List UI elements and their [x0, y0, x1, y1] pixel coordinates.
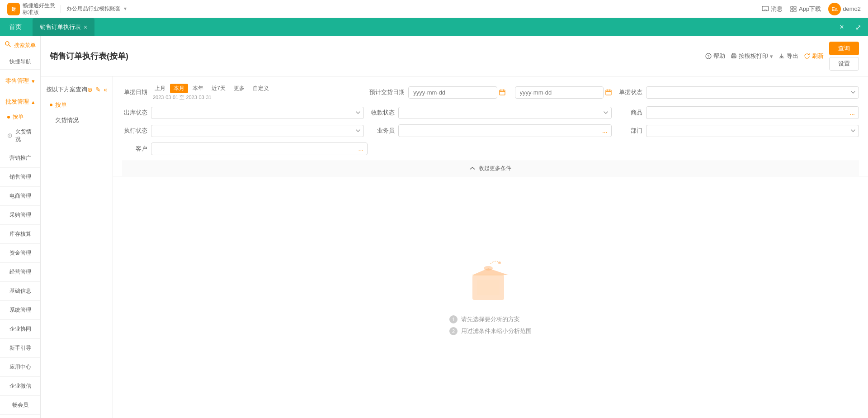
empty-state: 1 请先选择要分析的方案 2 用过滤条件来缩小分析范围: [113, 176, 868, 418]
date-tab-custom[interactable]: 自定义: [249, 84, 273, 93]
svg-rect-4: [794, 6, 796, 9]
tab-minimize-btn[interactable]: ×: [835, 21, 848, 33]
app-title: 办公用品行业模拟账套 ▾: [61, 5, 127, 13]
date-tab-more[interactable]: 更多: [230, 84, 248, 93]
sidebar-corp[interactable]: 企业协同: [0, 320, 40, 339]
page-title: 销售订单执行表(按单): [50, 51, 128, 62]
sidebar-apps[interactable]: 应用中心: [0, 358, 40, 377]
scheme-header-icons: ⊕ ✎ «: [87, 86, 107, 93]
app-title-dropdown[interactable]: ▾: [124, 5, 127, 12]
scheme-item-order[interactable]: 按单: [41, 97, 113, 113]
tab-maximize-btn[interactable]: ⤢: [852, 21, 864, 33]
customer-more-btn[interactable]: ...: [359, 145, 364, 152]
arrears-icon: [7, 133, 13, 139]
expected-date-to[interactable]: [515, 86, 604, 99]
department-select[interactable]: [646, 125, 859, 137]
sidebar-wechat[interactable]: 企业微信: [0, 377, 40, 396]
goods-more-btn[interactable]: ...: [849, 109, 855, 116]
template-print-dropdown-icon: ▾: [770, 53, 773, 60]
query-btn[interactable]: 查询: [829, 42, 859, 55]
content-area: 销售订单执行表(按单) ? 帮助 按模板打印 ▾ 导出 刷新: [41, 36, 868, 418]
scheme-item-arrears[interactable]: 欠货情况: [41, 113, 113, 128]
sidebar-quick-nav[interactable]: 快捷导航: [0, 54, 40, 70]
app-download-btn[interactable]: App下载: [790, 5, 821, 13]
filter-doc-status-cell: 单据状态: [617, 84, 859, 101]
empty-hint-1: 1 请先选择要分析的方案: [449, 315, 532, 323]
sidebar-basic[interactable]: 基础信息: [0, 282, 40, 301]
refresh-icon: [804, 53, 810, 59]
scheme-add-btn[interactable]: ⊕: [87, 86, 93, 93]
filter-goods-cell: 商品 ...: [617, 106, 859, 119]
main-split: 按以下方案查询 ⊕ ✎ « 按单 欠货情况: [41, 76, 868, 418]
sidebar-ecommerce[interactable]: 电商管理: [0, 187, 40, 206]
top-bar-left: 财 畅捷通好生意 标准版 办公用品行业模拟账套 ▾: [7, 2, 127, 15]
date-tab-this-month[interactable]: 本月: [170, 84, 188, 93]
sidebar-sales[interactable]: 销售管理: [0, 168, 40, 187]
salesperson-more-btn[interactable]: ...: [602, 127, 608, 134]
sidebar-operations[interactable]: 经营管理: [0, 263, 40, 282]
exec-status-select[interactable]: [151, 125, 364, 137]
sidebar-sub-orders[interactable]: 按单: [0, 109, 40, 124]
sidebar-finance[interactable]: 资金管理: [0, 244, 40, 263]
out-status-select[interactable]: [151, 107, 364, 119]
sidebar-retail-section: 零售管理 ▾: [0, 70, 40, 90]
goods-label: 商品: [617, 109, 642, 117]
sidebar-inventory[interactable]: 库存核算: [0, 225, 40, 244]
message-icon: [762, 5, 769, 13]
date-tab-this-year[interactable]: 本年: [189, 84, 207, 93]
sidebar-sub-arrears[interactable]: 欠货情况: [0, 124, 40, 147]
tab-close-btn[interactable]: ×: [84, 24, 87, 31]
sidebar-marketing[interactable]: 营销推广: [0, 149, 40, 168]
sidebar-purchase[interactable]: 采购管理: [0, 206, 40, 225]
filter-exec-status-cell: 执行状态: [122, 124, 364, 137]
doc-status-label: 单据状态: [617, 88, 642, 96]
sidebar-search[interactable]: 搜索菜单: [0, 36, 40, 54]
doc-status-select[interactable]: [646, 86, 859, 99]
date-tab-last-month[interactable]: 上月: [151, 84, 169, 93]
salesperson-label: 业务员: [369, 127, 395, 135]
message-btn[interactable]: 消息: [762, 5, 783, 13]
scheme-edit-btn[interactable]: ✎: [95, 86, 101, 93]
help-btn[interactable]: ? 帮助: [705, 52, 725, 60]
collect-status-select[interactable]: [398, 107, 611, 119]
settings-btn[interactable]: 设置: [829, 57, 859, 71]
hint-num-2: 2: [449, 327, 458, 335]
svg-point-27: [484, 266, 493, 271]
svg-rect-15: [732, 53, 735, 55]
sidebar-system[interactable]: 系统管理: [0, 301, 40, 320]
expected-date-inputs: —: [408, 86, 611, 99]
sidebar-newbie[interactable]: 新手引导: [0, 339, 40, 358]
top-bar: 财 畅捷通好生意 标准版 办公用品行业模拟账套 ▾ 消息 App下载 Ea de…: [0, 0, 868, 18]
sidebar-retail[interactable]: 零售管理 ▾: [0, 73, 40, 89]
user-menu[interactable]: Ea demo2: [828, 3, 861, 15]
cal-icon-from: [499, 89, 505, 95]
collapse-btn[interactable]: 收起更多条件: [122, 161, 859, 176]
svg-text:?: ?: [707, 54, 709, 59]
right-content: 单据日期 上月 本月 本年 近7天 更多 自定义 20: [113, 76, 868, 418]
filter-date-cell: 单据日期 上月 本月 本年 近7天 更多 自定义 20: [122, 84, 364, 101]
date-tabs: 上月 本月 本年 近7天 更多 自定义: [151, 84, 364, 93]
date-separator: —: [507, 89, 513, 96]
export-btn[interactable]: 导出: [778, 52, 798, 60]
filter-row-3: 执行状态 业务员 ...: [122, 124, 859, 137]
template-print-btn[interactable]: 按模板打印 ▾: [731, 52, 773, 60]
sidebar-member[interactable]: 畅会员: [0, 396, 40, 415]
refresh-btn[interactable]: 刷新: [804, 52, 824, 60]
sidebar: 搜索菜单 快捷导航 零售管理 ▾ 批发管理 ▴ 按单 欠货情况 营: [0, 36, 41, 418]
collect-status-label: 收款状态: [369, 109, 395, 117]
filter-expected-date-cell: 预计交货日期 —: [369, 84, 611, 101]
out-status-label: 出库状态: [122, 109, 147, 117]
expected-date-from[interactable]: [408, 86, 497, 99]
empty-box-svg: [463, 259, 518, 304]
scheme-collapse-btn[interactable]: «: [104, 86, 107, 93]
page-actions: ? 帮助 按模板打印 ▾ 导出 刷新 查询 设置: [705, 42, 859, 71]
svg-rect-6: [794, 10, 796, 12]
tab-home[interactable]: 首页: [0, 18, 31, 36]
logo-text: 畅捷通好生意 标准版: [23, 2, 55, 15]
svg-rect-5: [791, 10, 793, 12]
print-icon: [731, 53, 737, 59]
date-tab-last7days[interactable]: 近7天: [208, 84, 229, 93]
sidebar-wholesale[interactable]: 批发管理 ▴: [0, 94, 40, 109]
sidebar-wholesale-section: 批发管理 ▴ 按单 欠货情况: [0, 90, 40, 149]
tab-sales-order[interactable]: 销售订单执行表 ×: [33, 18, 94, 36]
